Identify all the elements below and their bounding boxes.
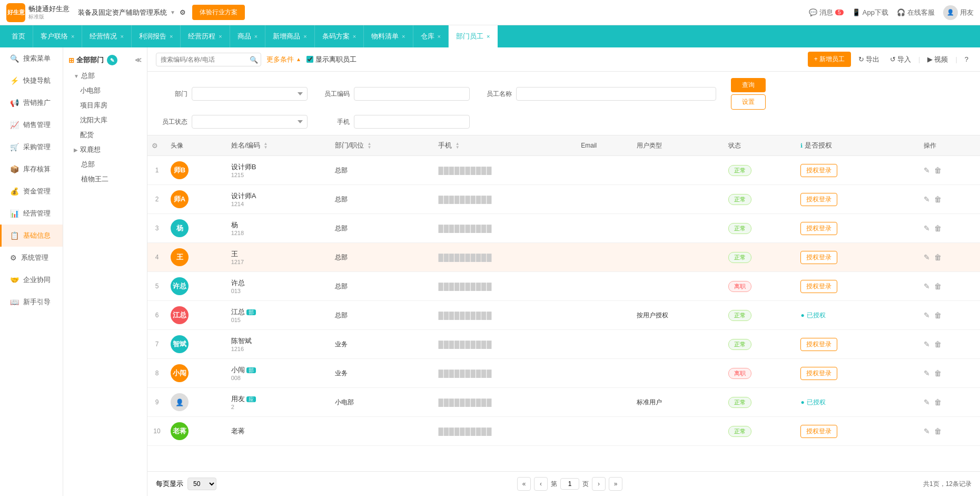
delete-icon[interactable]: 🗑 <box>934 398 942 406</box>
edit-icon[interactable]: ✎ <box>924 166 930 174</box>
last-page-button[interactable]: » <box>609 477 622 491</box>
close-icon[interactable]: × <box>219 33 222 40</box>
auth-button[interactable]: 授权登录 <box>800 251 837 264</box>
edit-icon[interactable]: ✎ <box>924 253 930 261</box>
prev-page-button[interactable]: ‹ <box>534 477 548 491</box>
emp-name-input[interactable] <box>516 87 716 101</box>
first-page-button[interactable]: « <box>517 477 531 491</box>
col-gear[interactable] <box>147 135 166 156</box>
app-download-button[interactable]: 📱 App下载 <box>852 8 888 17</box>
collapse-icon[interactable]: ≪ <box>135 56 142 64</box>
emp-status-select[interactable] <box>192 115 308 129</box>
export-button[interactable]: ↻ 导出 <box>855 53 883 66</box>
tab-profit[interactable]: 利润报告× <box>132 25 181 47</box>
tab-customer[interactable]: 客户联络× <box>33 25 82 47</box>
auth-button[interactable]: 授权登录 <box>800 425 837 438</box>
trial-button[interactable]: 体验行业方案 <box>192 5 245 20</box>
dept-item-sl[interactable]: ▶ 双鹿想 <box>63 142 147 157</box>
delete-icon[interactable]: 🗑 <box>934 311 942 319</box>
tab-goods[interactable]: 商品× <box>230 25 265 47</box>
col-phone[interactable]: 手机 ▲▼ <box>434 135 577 156</box>
dept-item-zb[interactable]: 总部 <box>63 157 147 172</box>
tab-bom[interactable]: 物料清单× <box>364 25 413 47</box>
edit-icon[interactable]: ✎ <box>924 224 930 232</box>
tab-department-staff[interactable]: 部门员工× <box>449 25 498 47</box>
query-button[interactable]: 查询 <box>731 78 766 92</box>
auth-button[interactable]: 授权登录 <box>800 338 837 351</box>
sidebar-item-purchase[interactable]: 🛒 采购管理 <box>0 136 63 158</box>
sidebar-item-collaboration[interactable]: 🤝 企业协同 <box>0 269 63 291</box>
auth-button[interactable]: 授权登录 <box>800 367 837 380</box>
message-button[interactable]: 💬 消息 5 <box>809 8 844 17</box>
dept-sub-item-ph[interactable]: 配货 <box>63 128 147 142</box>
sidebar-item-marketing[interactable]: 📢 营销推广 <box>0 92 63 114</box>
sidebar-item-search[interactable]: 🔍 搜索菜单 <box>0 47 63 70</box>
delete-icon[interactable]: 🗑 <box>934 224 942 232</box>
page-size-select[interactable]: 50 100 <box>187 478 216 490</box>
dept-sub-item-xd[interactable]: 小电部 <box>63 83 147 98</box>
sidebar-item-finance[interactable]: 💰 资金管理 <box>0 180 63 202</box>
edit-icon[interactable]: ✎ <box>924 340 930 348</box>
tab-history[interactable]: 经营历程× <box>181 25 230 47</box>
col-dept[interactable]: 部门/职位 ▲▼ <box>331 135 434 156</box>
tab-new-goods[interactable]: 新增商品× <box>265 25 314 47</box>
delete-icon[interactable]: 🗑 <box>934 369 942 377</box>
view-button[interactable]: ▶ 视频 <box>924 53 951 66</box>
tab-home[interactable]: 首页 <box>4 25 33 47</box>
sidebar-item-inventory[interactable]: 📦 库存核算 <box>0 158 63 180</box>
delete-icon[interactable]: 🗑 <box>934 427 942 435</box>
dept-edit-icon[interactable]: ✎ <box>107 55 117 65</box>
gear-icon[interactable]: ⚙ <box>180 8 186 16</box>
delete-icon[interactable]: 🗑 <box>934 340 942 348</box>
tab-warehouse[interactable]: 仓库× <box>413 25 449 47</box>
close-icon[interactable]: × <box>402 33 405 40</box>
col-name[interactable]: 姓名/编码 ▲▼ <box>227 135 331 156</box>
dept-select[interactable] <box>192 87 308 101</box>
set-button[interactable]: 设置 <box>731 94 766 110</box>
delete-icon[interactable]: 🗑 <box>934 253 942 261</box>
dept-sub-item-sy[interactable]: 沈阳大库 <box>63 113 147 128</box>
help-button[interactable]: ? <box>962 53 972 65</box>
delete-icon[interactable]: 🗑 <box>934 166 942 174</box>
phone-input[interactable] <box>354 115 470 129</box>
edit-icon[interactable]: ✎ <box>924 427 930 435</box>
sidebar-item-shortcut[interactable]: ⚡ 快捷导航 <box>0 70 63 92</box>
search-icon[interactable]: 🔍 <box>250 55 258 63</box>
close-icon[interactable]: × <box>254 33 258 40</box>
close-icon[interactable]: × <box>438 33 441 40</box>
sidebar-item-system[interactable]: ⚙ 系统管理 <box>0 247 63 269</box>
sidebar-item-guide[interactable]: 📖 新手引导 <box>0 291 63 313</box>
edit-icon[interactable]: ✎ <box>924 282 930 290</box>
sidebar-item-business[interactable]: 📊 经营管理 <box>0 202 63 225</box>
auth-button[interactable]: 授权登录 <box>800 193 837 206</box>
auth-button[interactable]: 授权登录 <box>800 164 837 177</box>
sidebar-item-sales[interactable]: 📈 销售管理 <box>0 114 63 136</box>
auth-button[interactable]: 授权登录 <box>800 280 837 293</box>
close-icon[interactable]: × <box>120 33 123 40</box>
add-employee-button[interactable]: + 新增员工 <box>808 52 851 67</box>
emp-code-input[interactable] <box>354 87 470 101</box>
show-resigned-checkbox[interactable]: 显示离职员工 <box>306 55 357 64</box>
dept-sub-item-xm[interactable]: 项目库房 <box>63 98 147 113</box>
close-icon[interactable]: × <box>71 33 74 40</box>
close-icon[interactable]: × <box>487 33 490 40</box>
dept-item-zw[interactable]: 植物王二 <box>63 172 147 187</box>
tab-barcode[interactable]: 条码方案× <box>315 25 364 47</box>
tab-operations[interactable]: 经营情况× <box>82 25 131 47</box>
import-button[interactable]: ↺ 导入 <box>887 53 914 66</box>
user-button[interactable]: 👤 用友 <box>943 5 974 20</box>
close-icon[interactable]: × <box>353 33 356 40</box>
sidebar-item-basic-info[interactable]: 📋 基础信息 <box>0 225 63 247</box>
edit-icon[interactable]: ✎ <box>924 311 930 319</box>
auth-button[interactable]: 授权登录 <box>800 222 837 235</box>
next-page-button[interactable]: › <box>592 477 606 491</box>
edit-icon[interactable]: ✎ <box>924 369 930 377</box>
delete-icon[interactable]: 🗑 <box>934 282 942 290</box>
dept-item-root[interactable]: ▼ 总部 <box>63 69 147 83</box>
close-icon[interactable]: × <box>303 33 306 40</box>
close-icon[interactable]: × <box>170 33 173 40</box>
edit-icon[interactable]: ✎ <box>924 195 930 203</box>
more-filter-button[interactable]: 更多条件 ▲ <box>266 55 301 64</box>
delete-icon[interactable]: 🗑 <box>934 195 942 203</box>
edit-icon[interactable]: ✎ <box>924 398 930 406</box>
